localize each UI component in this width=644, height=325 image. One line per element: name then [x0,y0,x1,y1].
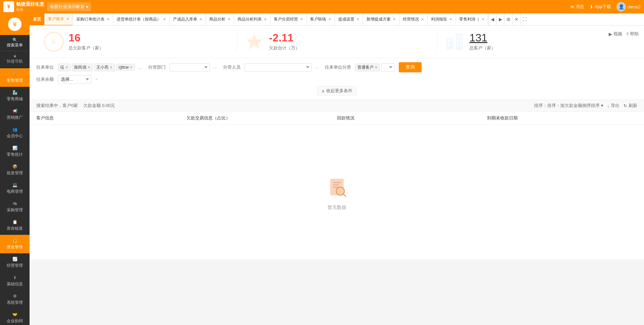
filter-unit-category-selector: 普通客户 ✕ [355,63,395,72]
sidebar-item-capital-management[interactable]: 💰 资金管理 [0,235,30,253]
overdue-customers-number: 16 [69,32,103,43]
sidebar-item-member-center[interactable]: 👥 会员中心 [0,124,30,142]
tab-promotion-settings[interactable]: 提成设置 ✕ [335,13,363,26]
sidebar-item-retail-management[interactable]: 🛒 零售管理 [0,68,30,87]
tab-customer-contact[interactable]: 客户联络 ✕ [307,13,335,26]
sidebar-item-retail-stats[interactable]: 📊 零售统计 [0,142,30,161]
tab-product-inbound-close[interactable]: ✕ [199,17,202,22]
sidebar-item-wholesale-management[interactable]: 📦 批发管理 [0,161,30,179]
tab-customer-contact-label: 客户联络 [310,16,326,22]
svg-rect-14 [460,44,461,46]
tab-profit-report-label: 利润报告 [431,16,447,22]
tab-scroll-right[interactable]: ▶ [496,13,504,26]
sidebar-item-retail-mall[interactable]: 🏪 零售商城 [0,87,30,105]
tab-purchase-inbound-stats[interactable]: 进货单统计表（按商品） ✕ [113,13,170,26]
video-help-button[interactable]: ▶ 视频 [609,31,622,37]
tab-add-promotion-plan[interactable]: 新增提成方案 ✕ [363,13,399,26]
tab-retail-profit[interactable]: 零售利润（ ✕ [456,13,488,26]
tab-product-inbound[interactable]: 产成品入库单 ✕ [170,13,206,26]
tab-product-analysis-list[interactable]: 商品分析列表 ✕ [234,13,270,26]
logo-text: 畅捷通好生意 [16,1,44,7]
tag-wangxiaoliang-close[interactable]: ✕ [110,65,113,70]
sidebar-item-marketing-promotion[interactable]: 📢 营销推广 [0,105,30,124]
tab-customer-capital[interactable]: 客户账本 ✕ [45,13,73,26]
tag-chenminqiang-text: 陈民强 [74,65,86,70]
tab-customer-segmentation-label: 客户分层经营 [274,16,298,22]
tab-purchase-order-stats-close[interactable]: ✕ [106,17,110,22]
app-download-button[interactable]: ⬇ App下载 [590,4,611,10]
filter-balance-select[interactable]: 选择... [58,75,91,83]
query-button[interactable]: 查询 [399,62,422,72]
enterprise-dropdown-icon: ▾ [86,4,88,9]
tab-scroll-left[interactable]: ◀ [488,13,496,26]
filter-personnel-more[interactable]: ··· [313,64,321,71]
tab-retail-profit-close[interactable]: ✕ [481,17,484,22]
enterprise-selector[interactable]: 母婴行业演示帐套 ▾ [47,2,91,11]
tab-product-analysis-label: 商品分析 [209,16,225,22]
sidebar-item-ecommerce-management[interactable]: 💻 电商管理 [0,179,30,198]
sidebar-item-system-management[interactable]: ⚙ 系统管理 [0,290,30,309]
help-button[interactable]: ? 帮助 [626,31,639,37]
filter-department-more[interactable]: ··· [211,64,219,71]
filter-tags-more[interactable]: ... [136,64,144,71]
filter-personnel-label: 分管人员 [223,64,241,70]
tab-profit-report[interactable]: 利润报告 ✕ [428,13,456,26]
tab-business-situation-close[interactable]: ✕ [421,17,424,22]
filter-unit-category-select[interactable] [381,63,395,72]
total-customers-label: 总客户（家） [469,45,496,51]
sidebar-item-purchase-management[interactable]: 🛍 采购管理 [0,198,30,216]
tab-bar: 首页 客户账本 ✕ 采购订单统计表 ✕ 进货单统计表（按商品） ✕ 产成品入库单… [30,13,644,26]
tab-customer-segmentation-close[interactable]: ✕ [300,17,303,22]
export-button[interactable]: ↓ 导出 [607,103,620,109]
enterprise-coop-icon: 🤝 [12,312,17,317]
tab-more[interactable]: ⊞ [504,13,512,26]
stat-total-customers-values: 131 总客户（家） [469,32,496,51]
tab-customer-capital-close[interactable]: ✕ [66,17,69,21]
tab-home[interactable]: 首页 [30,13,45,26]
table-empty-state: 暂无数据 [30,125,644,259]
tag-normal-customer-close[interactable]: ✕ [375,65,378,70]
filter-department-label: 分管部门 [148,64,166,70]
sidebar-item-inventory-check[interactable]: 📋 库存核算 [0,216,30,235]
tab-customer-segmentation[interactable]: 客户分层经营 ✕ [270,13,307,26]
tab-add-promotion-plan-close[interactable]: ✕ [393,17,396,22]
sidebar-search-menu[interactable]: 🔍 搜索菜单 [0,35,30,51]
tag-cjttcw-close[interactable]: ✕ [130,65,133,70]
tab-promotion-settings-close[interactable]: ✕ [356,17,359,22]
sidebar-item-basic-info[interactable]: ℹ 基础信息 [0,272,30,290]
tag-chenminqiang-close[interactable]: ✕ [87,65,90,70]
filter-personnel-select[interactable] [245,63,312,72]
svg-rect-16 [333,182,341,183]
stat-top-right-actions: ▶ 视频 ? 帮助 [609,31,639,37]
result-text: 搜索结果中，客户0家 [36,103,78,109]
filter-department-select[interactable] [170,63,210,72]
sidebar-item-operations-management[interactable]: 📈 经营管理 [0,253,30,272]
tab-product-analysis-list-close[interactable]: ✕ [264,17,267,22]
collapse-button[interactable]: ∧ 收起更多条件 [317,86,357,96]
tab-business-situation[interactable]: 经营情况 ✕ [399,13,428,26]
tab-purchase-inbound-stats-close[interactable]: ✕ [163,17,166,22]
tab-close-all[interactable]: ✕ [512,13,520,26]
overdue-customers-label: 总欠款客户（家） [69,45,103,51]
sidebar-quick-nav[interactable]: ★ 快捷导航 [0,51,30,67]
svg-rect-10 [460,36,461,38]
tab-product-analysis-close[interactable]: ✕ [227,17,230,22]
tab-fullscreen[interactable]: ⛶ [520,13,528,26]
sidebar-item-enterprise-cooperation[interactable]: 🤝 企业协同 [0,309,30,325]
building-icon [444,31,465,52]
tab-profit-report-close[interactable]: ✕ [449,17,452,22]
tab-customer-contact-close[interactable]: ✕ [328,17,331,22]
tab-product-analysis[interactable]: 商品分析 ✕ [206,13,234,26]
tab-purchase-order-stats[interactable]: 采购订单统计表 ✕ [73,13,113,26]
refresh-button[interactable]: ↻ 刷新 [624,103,637,109]
user-avatar-button[interactable]: 👤 demo2 [616,2,641,11]
tab-home-label: 首页 [33,16,41,22]
tag-wu-close[interactable]: ✕ [65,65,68,70]
table-header: 客户信息 欠款交易信息（占比） 回款情况 到期未收款日期 [30,112,644,125]
ecommerce-icon: 💻 [12,183,17,187]
member-icon: 👥 [12,127,17,132]
filter-row-2: 往来余额 选择... ▾ [36,75,637,83]
sort-dropdown-icon[interactable]: ▾ [601,103,603,108]
filter-tag-normal-customer: 普通客户 ✕ [355,64,380,71]
message-button[interactable]: ✉ 消息 [570,4,584,10]
